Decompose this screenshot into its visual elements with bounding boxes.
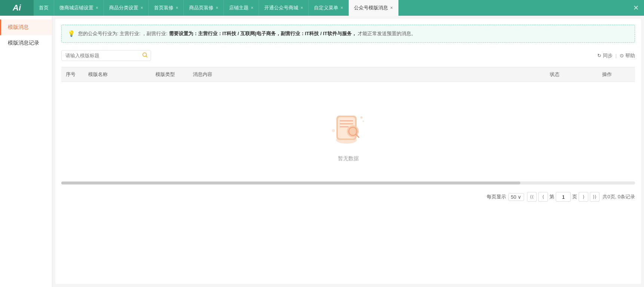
di-label: 第 bbox=[549, 193, 554, 200]
help-label: 帮助 bbox=[625, 52, 635, 59]
nav-tab-label: 店铺主题 bbox=[229, 4, 249, 11]
page-input[interactable] bbox=[556, 192, 571, 202]
col-header-name: 模版名称 bbox=[84, 67, 151, 82]
nav-tab-close-open-mall[interactable]: × bbox=[301, 5, 303, 10]
page-size-dropdown[interactable]: 50 ∨ bbox=[508, 193, 524, 201]
nav-tab-label: 自定义菜单 bbox=[314, 4, 338, 11]
notice-suffix: 才能正常发送预置的消息。 bbox=[358, 31, 416, 36]
search-input[interactable] bbox=[61, 50, 151, 61]
nav-tab-custom-menu[interactable]: 自定义菜单× bbox=[309, 0, 349, 16]
top-nav: Ai 首页微商城店铺设置×商品分类设置×首页装修×商品页装修×店铺主题×开通公众… bbox=[0, 0, 644, 16]
col-header-content: 消息内容 bbox=[188, 67, 545, 82]
nav-tab-label: 商品页装修 bbox=[189, 4, 213, 11]
notice-icon: 💡 bbox=[68, 30, 75, 37]
search-input-wrap bbox=[61, 50, 151, 61]
sync-button[interactable]: ↻ 同步 bbox=[597, 52, 613, 59]
nav-tab-shop-theme[interactable]: 店铺主题× bbox=[224, 0, 259, 16]
help-button[interactable]: ⊙ 帮助 bbox=[620, 52, 635, 59]
nav-tab-home-decorate[interactable]: 首页装修× bbox=[149, 0, 184, 16]
nav-tab-close-custom-menu[interactable]: × bbox=[341, 5, 343, 10]
logo: Ai bbox=[0, 0, 34, 16]
nav-tab-label: 微商城店铺设置 bbox=[59, 4, 93, 11]
table-body: 暂无数据 bbox=[61, 82, 635, 177]
nav-tab-close-template-msg[interactable]: × bbox=[390, 5, 393, 10]
notice-text: 您的公众号行业为: 主营行业: ，副营行业: 需要设置为：主营行业：IT科技 /… bbox=[78, 30, 416, 38]
last-page-button[interactable]: ⟩⟩ bbox=[590, 192, 600, 202]
notice-prefix: 您的公众号行业为: 主营行业: ，副营行业: bbox=[78, 31, 167, 36]
nav-tab-open-mall[interactable]: 开通公众号商城× bbox=[259, 0, 309, 16]
content-area: 💡 您的公众号行业为: 主营行业: ，副营行业: 需要设置为：主营行业：IT科技… bbox=[55, 19, 641, 284]
pagination: 每页显示 50 ∨ ⟨⟨ ⟨ 第 页 ⟩ ⟩⟩ 共0页, 0条记录 bbox=[61, 189, 635, 205]
nav-tab-label: 商品分类设置 bbox=[109, 4, 138, 11]
divider: | bbox=[616, 53, 617, 58]
nav-tab-home[interactable]: 首页 bbox=[34, 0, 54, 16]
chevron-down-icon: ∨ bbox=[518, 194, 521, 200]
empty-text: 暂无数据 bbox=[338, 155, 359, 162]
page-size-label: 每页显示 bbox=[487, 193, 506, 200]
sidebar-item-template-message[interactable]: 模版消息 bbox=[0, 19, 52, 35]
sidebar-item-template-message-log[interactable]: 模版消息记录 bbox=[0, 35, 52, 51]
col-header-type: 模版类型 bbox=[151, 67, 188, 82]
notice-box: 💡 您的公众号行业为: 主营行业: ，副营行业: 需要设置为：主营行业：IT科技… bbox=[61, 25, 635, 43]
nav-tab-close-home-decorate[interactable]: × bbox=[176, 5, 178, 10]
svg-point-13 bbox=[332, 129, 335, 132]
main-layout: 模版消息模版消息记录 💡 您的公众号行业为: 主营行业: ，副营行业: 需要设置… bbox=[0, 16, 644, 287]
nav-tabs: 首页微商城店铺设置×商品分类设置×首页装修×商品页装修×店铺主题×开通公众号商城… bbox=[34, 0, 628, 16]
notice-highlight: 需要设置为：主营行业：IT科技 / 互联网|电子商务，副营行业：IT科技 / I… bbox=[169, 31, 357, 36]
search-bar: ↻ 同步 | ⊙ 帮助 bbox=[61, 50, 635, 61]
nav-tab-label: 开通公众号商城 bbox=[264, 4, 298, 11]
sidebar: 模版消息模版消息记录 bbox=[0, 16, 52, 287]
close-all-button[interactable]: ✕ bbox=[628, 4, 644, 12]
next-page-button[interactable]: ⟩ bbox=[579, 192, 588, 202]
prev-page-button[interactable]: ⟨ bbox=[538, 192, 548, 202]
nav-tab-category-setting[interactable]: 商品分类设置× bbox=[104, 0, 149, 16]
nav-tab-shop-setting[interactable]: 微商城店铺设置× bbox=[54, 0, 104, 16]
data-table: 序号模版名称模版类型消息内容状态操作 bbox=[61, 67, 635, 177]
page-total: 共0页, 0条记录 bbox=[603, 193, 635, 200]
search-right: ↻ 同步 | ⊙ 帮助 bbox=[597, 52, 635, 59]
svg-point-12 bbox=[363, 120, 364, 122]
nav-tab-label: 首页装修 bbox=[154, 4, 173, 11]
page-size-value: 50 bbox=[511, 194, 516, 200]
page-nav: ⟨⟨ ⟨ 第 页 ⟩ ⟩⟩ bbox=[527, 192, 600, 202]
horizontal-scrollbar[interactable] bbox=[61, 181, 635, 184]
nav-tab-label: 首页 bbox=[39, 4, 49, 11]
nav-tab-close-shop-theme[interactable]: × bbox=[251, 5, 253, 10]
page-size-select: 每页显示 50 ∨ bbox=[487, 193, 524, 201]
table-header-row: 序号模版名称模版类型消息内容状态操作 bbox=[61, 67, 635, 82]
sync-icon: ↻ bbox=[597, 53, 601, 58]
svg-point-11 bbox=[360, 116, 363, 119]
sync-label: 同步 bbox=[603, 52, 613, 59]
first-page-button[interactable]: ⟨⟨ bbox=[527, 192, 537, 202]
nav-tab-label: 公众号模版消息 bbox=[354, 4, 388, 11]
search-button[interactable] bbox=[142, 52, 148, 59]
scrollbar-thumb[interactable] bbox=[61, 181, 520, 184]
nav-tab-close-shop-setting[interactable]: × bbox=[96, 5, 98, 10]
help-icon: ⊙ bbox=[620, 53, 624, 58]
logo-text: Ai bbox=[13, 3, 21, 13]
col-header-status: 状态 bbox=[545, 67, 598, 82]
svg-line-1 bbox=[146, 56, 148, 57]
page-unit: 页 bbox=[572, 193, 577, 200]
nav-tab-close-category-setting[interactable]: × bbox=[141, 5, 143, 10]
nav-tab-product-decorate[interactable]: 商品页装修× bbox=[184, 0, 224, 16]
col-header-action: 操作 bbox=[598, 67, 635, 82]
nav-tab-template-msg[interactable]: 公众号模版消息× bbox=[349, 0, 398, 16]
nav-tab-close-product-decorate[interactable]: × bbox=[216, 5, 218, 10]
empty-state: 暂无数据 bbox=[61, 82, 635, 177]
search-left bbox=[61, 50, 151, 61]
col-header-no: 序号 bbox=[61, 67, 84, 82]
empty-row: 暂无数据 bbox=[61, 82, 635, 177]
empty-icon bbox=[326, 104, 371, 149]
